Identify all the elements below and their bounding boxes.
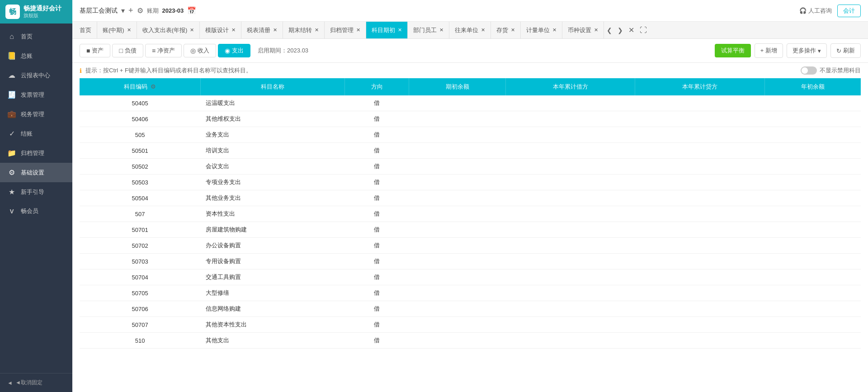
table-row[interactable]: 50504 其他业务支出 借 [80, 190, 861, 206]
sidebar-item-guide[interactable]: ★ 新手引导 [0, 182, 72, 202]
tab-period-end[interactable]: 期末结转 ✕ [283, 22, 325, 38]
cell-direction: 借 [345, 269, 409, 285]
cell-direction: 借 [345, 301, 409, 317]
cell-name: 办公设备购置 [200, 238, 345, 254]
add-button[interactable]: + 新增 [755, 43, 783, 58]
sidebar-item-home[interactable]: ⌂ 首页 [0, 27, 72, 46]
close-icon[interactable]: ✕ [127, 27, 131, 33]
tab-expand-btn[interactable]: ⛶ [637, 22, 650, 38]
sidebar-item-settle[interactable]: ✓ 结账 [0, 124, 72, 143]
cell-name: 其他业务支出 [200, 190, 345, 206]
tab-inventory[interactable]: 存货 ✕ [491, 22, 521, 38]
close-icon[interactable]: ✕ [439, 27, 443, 33]
close-icon[interactable]: ✕ [315, 27, 319, 33]
cell-annual [764, 269, 861, 285]
sidebar-item-tax[interactable]: 💼 税务管理 [0, 104, 72, 124]
cell-annual [764, 317, 861, 333]
sidebar-collapse-btn[interactable]: ◄ ◄取消固定 [0, 373, 72, 392]
balance-button[interactable]: 试算平衡 [715, 44, 751, 57]
tab-template[interactable]: 模版设计 ✕ [200, 22, 241, 38]
sub-tab-income[interactable]: ◎ 收入 [184, 44, 216, 57]
tab-customer[interactable]: 往来单位 ✕ [449, 22, 491, 38]
column-settings-icon[interactable]: ⚙ [151, 83, 156, 90]
tab-next-btn[interactable]: ❯ [615, 22, 626, 38]
table-row[interactable]: 50405 运温暖支出 借 [80, 95, 861, 111]
sidebar-item-label: 总账 [21, 52, 33, 60]
cell-name: 房屋建筑物购建 [200, 222, 345, 238]
member-icon: V [7, 208, 16, 215]
sub-tab-expense[interactable]: ◉ 支出 [218, 44, 250, 57]
tab-dept-employee[interactable]: 部门员工 ✕ [408, 22, 449, 38]
table-row[interactable]: 50701 房屋建筑物购建 借 [80, 222, 861, 238]
cell-opening [409, 190, 506, 206]
sidebar-logo: 畅 畅捷通好会计 旗舰版 [0, 0, 72, 24]
close-icon[interactable]: ✕ [356, 27, 360, 33]
calendar-icon[interactable]: 📅 [187, 6, 196, 15]
table-row[interactable]: 50704 交通工具购置 借 [80, 269, 861, 285]
cell-annual [764, 285, 861, 301]
close-icon[interactable]: ✕ [273, 27, 277, 33]
dropdown-icon[interactable]: ▾ [121, 6, 125, 15]
cell-name: 其他维权支出 [200, 111, 345, 127]
add-tab-icon[interactable]: + [128, 6, 133, 15]
sidebar-item-archive[interactable]: 📁 归档管理 [0, 143, 72, 163]
sidebar-item-ledger[interactable]: 📒 总账 [0, 46, 72, 66]
settings-icon: ⚙ [7, 168, 16, 177]
tab-balance[interactable]: 账(中期) ✕ [97, 22, 137, 38]
cell-ytd-credit [635, 317, 764, 333]
close-icon[interactable]: ✕ [398, 27, 402, 33]
tab-close-all-btn[interactable]: ✕ [626, 22, 637, 38]
tab-subject-period[interactable]: 科目期初 ✕ [366, 22, 408, 38]
table-row[interactable]: 50501 培训支出 借 [80, 143, 861, 159]
close-icon[interactable]: ✕ [594, 27, 598, 33]
cell-opening [409, 143, 506, 159]
sub-tab-net-asset[interactable]: ≡ 净资产 [145, 44, 182, 57]
cell-code: 50702 [80, 238, 200, 254]
cell-name: 专项业务支出 [200, 175, 345, 190]
table-row[interactable]: 505 业务支出 借 [80, 127, 861, 143]
tab-unit[interactable]: 计量单位 ✕ [521, 22, 562, 38]
table-row[interactable]: 510 其他支出 借 [80, 333, 861, 349]
cell-name: 其他支出 [200, 333, 345, 349]
sidebar-item-invoice[interactable]: 🧾 发票管理 [0, 85, 72, 104]
table-row[interactable]: 50502 会议支出 借 [80, 159, 861, 175]
sidebar-item-member[interactable]: V 畅会员 [0, 202, 72, 221]
sub-tab-asset[interactable]: ■ 资产 [80, 44, 110, 57]
table-row[interactable]: 50702 办公设备购置 借 [80, 238, 861, 254]
sidebar-item-settings[interactable]: ⚙ 基础设置 [0, 163, 72, 182]
close-icon[interactable]: ✕ [511, 27, 515, 33]
main-content: 基层工会测试 ▾ + ⚙ 账期 2023-03 📅 🎧 人工咨询 会计 首页 账… [72, 0, 868, 392]
toggle-switch[interactable] [801, 66, 817, 75]
support-button[interactable]: 🎧 人工咨询 [799, 7, 832, 15]
table-row[interactable]: 50705 大型修缮 借 [80, 285, 861, 301]
table-header-row: 科目编码 ⚙ 科目名称 方向 期初余额 本年累计借方 本年累计贷方 年初余额 [80, 78, 861, 95]
cell-code: 50405 [80, 95, 200, 111]
tab-currency[interactable]: 币种设置 ✕ [562, 22, 604, 38]
cell-direction: 借 [345, 317, 409, 333]
table-row[interactable]: 50406 其他维权支出 借 [80, 111, 861, 127]
refresh-button[interactable]: ↻ 刷新 [830, 43, 861, 58]
table-row[interactable]: 50703 专用设备购置 借 [80, 254, 861, 269]
sidebar-item-reports[interactable]: ☁ 云报表中心 [0, 66, 72, 85]
cell-annual [764, 143, 861, 159]
cell-annual [764, 111, 861, 127]
tab-arch-mgmt[interactable]: 归档管理 ✕ [325, 22, 366, 38]
tab-income[interactable]: 收入支出表(年报) ✕ [137, 22, 200, 38]
close-icon[interactable]: ✕ [190, 27, 194, 33]
table-row[interactable]: 50706 信息网络购建 借 [80, 301, 861, 317]
close-icon[interactable]: ✕ [231, 27, 236, 33]
tab-tax-clear[interactable]: 税表清册 ✕ [241, 22, 283, 38]
settings-cog-icon[interactable]: ⚙ [137, 6, 143, 15]
tab-home[interactable]: 首页 [74, 22, 97, 38]
table-row[interactable]: 507 资本性支出 借 [80, 206, 861, 222]
more-button[interactable]: 更多操作 ▾ [787, 43, 827, 58]
tab-prev-btn[interactable]: ❮ [604, 22, 615, 38]
close-icon[interactable]: ✕ [552, 27, 557, 33]
cell-opening [409, 222, 506, 238]
sub-tab-liability[interactable]: □ 负债 [112, 44, 143, 57]
table-row[interactable]: 50707 其他资本性支出 借 [80, 317, 861, 333]
account-button[interactable]: 会计 [837, 5, 861, 17]
table-row[interactable]: 50503 专项业务支出 借 [80, 175, 861, 190]
cell-ytd-debit [506, 127, 635, 143]
close-icon[interactable]: ✕ [481, 27, 485, 33]
